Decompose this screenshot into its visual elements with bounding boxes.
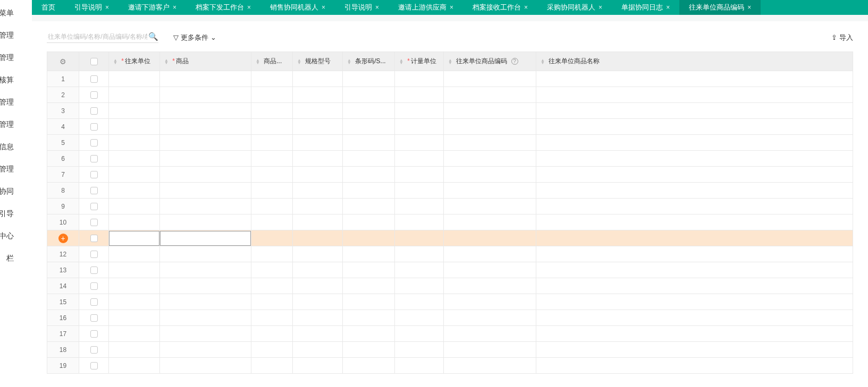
row-checkbox-cell[interactable] bbox=[79, 214, 109, 230]
table-cell[interactable] bbox=[444, 119, 536, 135]
row-checkbox[interactable] bbox=[90, 75, 98, 83]
sort-icon[interactable]: ▲▼ bbox=[448, 59, 452, 64]
table-cell[interactable] bbox=[343, 183, 395, 199]
tab[interactable]: 采购协同机器人× bbox=[537, 0, 612, 15]
table-cell[interactable] bbox=[536, 310, 853, 326]
sort-icon[interactable]: ▲▼ bbox=[399, 59, 403, 64]
sort-icon[interactable]: ▲▼ bbox=[541, 59, 545, 64]
table-row[interactable]: 9 bbox=[47, 199, 853, 214]
table-cell[interactable] bbox=[395, 326, 444, 342]
table-cell[interactable] bbox=[109, 151, 160, 167]
table-cell[interactable] bbox=[444, 214, 536, 230]
table-cell[interactable] bbox=[536, 151, 853, 167]
row-checkbox-cell[interactable] bbox=[79, 310, 109, 326]
row-checkbox[interactable] bbox=[90, 107, 98, 115]
row-checkbox-cell[interactable] bbox=[79, 358, 109, 374]
column-partner-name[interactable]: ▲▼ 往来单位商品名称 bbox=[536, 52, 853, 71]
table-cell[interactable] bbox=[444, 358, 536, 374]
row-checkbox-cell[interactable] bbox=[79, 87, 109, 103]
table-cell[interactable] bbox=[160, 246, 251, 262]
tab[interactable]: 单据协同日志× bbox=[612, 0, 679, 15]
sort-icon[interactable]: ▲▼ bbox=[113, 59, 117, 64]
checkbox-all[interactable] bbox=[90, 58, 98, 65]
close-icon[interactable]: × bbox=[747, 4, 751, 11]
table-row[interactable]: 4 bbox=[47, 119, 853, 135]
table-cell[interactable] bbox=[343, 87, 395, 103]
table-cell[interactable] bbox=[395, 87, 444, 103]
table-cell[interactable] bbox=[109, 87, 160, 103]
table-row[interactable]: 5 bbox=[47, 135, 853, 151]
sort-icon[interactable]: ▲▼ bbox=[164, 59, 168, 64]
table-cell[interactable] bbox=[444, 135, 536, 151]
row-checkbox[interactable] bbox=[90, 314, 98, 322]
table-cell[interactable] bbox=[160, 119, 251, 135]
sidebar-item[interactable]: 引导 bbox=[0, 203, 17, 225]
row-checkbox[interactable] bbox=[90, 251, 98, 258]
table-cell[interactable] bbox=[343, 278, 395, 294]
sort-icon[interactable]: ▲▼ bbox=[347, 59, 351, 64]
row-checkbox-cell[interactable] bbox=[79, 262, 109, 278]
sidebar-item[interactable]: 管理 bbox=[0, 24, 17, 47]
tab[interactable]: 引导说明× bbox=[65, 0, 119, 15]
table-cell[interactable] bbox=[293, 87, 343, 103]
table-row[interactable]: 15 bbox=[47, 294, 853, 310]
table-cell[interactable] bbox=[395, 214, 444, 230]
sort-icon[interactable]: ▲▼ bbox=[256, 59, 260, 64]
search-input[interactable] bbox=[47, 32, 148, 41]
table-cell[interactable] bbox=[160, 310, 251, 326]
table-cell[interactable] bbox=[343, 119, 395, 135]
table-cell[interactable] bbox=[109, 214, 160, 230]
add-row-product-input[interactable] bbox=[160, 231, 251, 246]
close-icon[interactable]: × bbox=[105, 4, 109, 11]
table-cell[interactable] bbox=[444, 183, 536, 199]
table-cell[interactable] bbox=[395, 294, 444, 310]
tab[interactable]: 邀请上游供应商× bbox=[389, 0, 463, 15]
table-cell[interactable] bbox=[109, 183, 160, 199]
table-cell[interactable] bbox=[251, 103, 293, 119]
sidebar-item[interactable]: 中心 bbox=[0, 225, 17, 247]
sidebar-item[interactable]: 信息 bbox=[0, 136, 17, 158]
table-cell[interactable] bbox=[160, 326, 251, 342]
table-cell[interactable] bbox=[536, 278, 853, 294]
table-cell[interactable] bbox=[160, 87, 251, 103]
table-cell[interactable] bbox=[293, 262, 343, 278]
row-checkbox-cell[interactable] bbox=[79, 183, 109, 199]
row-checkbox-cell[interactable] bbox=[79, 278, 109, 294]
table-cell[interactable] bbox=[536, 135, 853, 151]
table-cell[interactable] bbox=[251, 342, 293, 358]
table-cell[interactable] bbox=[343, 103, 395, 119]
table-cell[interactable] bbox=[395, 358, 444, 374]
row-checkbox[interactable] bbox=[90, 362, 98, 369]
table-cell[interactable] bbox=[160, 262, 251, 278]
table-row[interactable]: 18 bbox=[47, 342, 853, 358]
table-cell[interactable] bbox=[343, 214, 395, 230]
table-cell[interactable] bbox=[293, 358, 343, 374]
tab[interactable]: 往来单位商品编码× bbox=[679, 0, 761, 15]
table-cell[interactable] bbox=[395, 151, 444, 167]
table-cell[interactable] bbox=[293, 278, 343, 294]
table-cell[interactable] bbox=[160, 199, 251, 214]
add-row-cell[interactable] bbox=[293, 230, 343, 246]
table-cell[interactable] bbox=[109, 326, 160, 342]
add-row-button[interactable]: + bbox=[58, 234, 68, 243]
row-checkbox-cell[interactable] bbox=[79, 119, 109, 135]
table-row[interactable]: 1 bbox=[47, 71, 853, 87]
table-cell[interactable] bbox=[343, 246, 395, 262]
table-cell[interactable] bbox=[109, 199, 160, 214]
row-checkbox[interactable] bbox=[90, 346, 98, 354]
table-cell[interactable] bbox=[536, 183, 853, 199]
table-cell[interactable] bbox=[160, 103, 251, 119]
table-row[interactable]: 12 bbox=[47, 246, 853, 262]
table-cell[interactable] bbox=[251, 135, 293, 151]
table-cell[interactable] bbox=[251, 262, 293, 278]
table-cell[interactable] bbox=[109, 71, 160, 87]
table-cell[interactable] bbox=[160, 71, 251, 87]
add-row-unit-input[interactable] bbox=[109, 231, 159, 246]
table-cell[interactable] bbox=[536, 119, 853, 135]
table-cell[interactable] bbox=[536, 214, 853, 230]
column-measure[interactable]: ▲▼ *计量单位 bbox=[395, 52, 444, 71]
table-cell[interactable] bbox=[444, 71, 536, 87]
table-cell[interactable] bbox=[160, 278, 251, 294]
table-row[interactable]: 16 bbox=[47, 310, 853, 326]
column-prod-attr[interactable]: ▲▼ 商品... bbox=[251, 52, 293, 71]
